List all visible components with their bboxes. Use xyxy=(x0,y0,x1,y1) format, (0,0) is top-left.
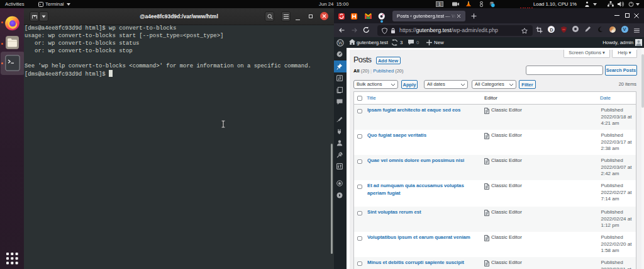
svg-text:W: W xyxy=(338,40,343,45)
